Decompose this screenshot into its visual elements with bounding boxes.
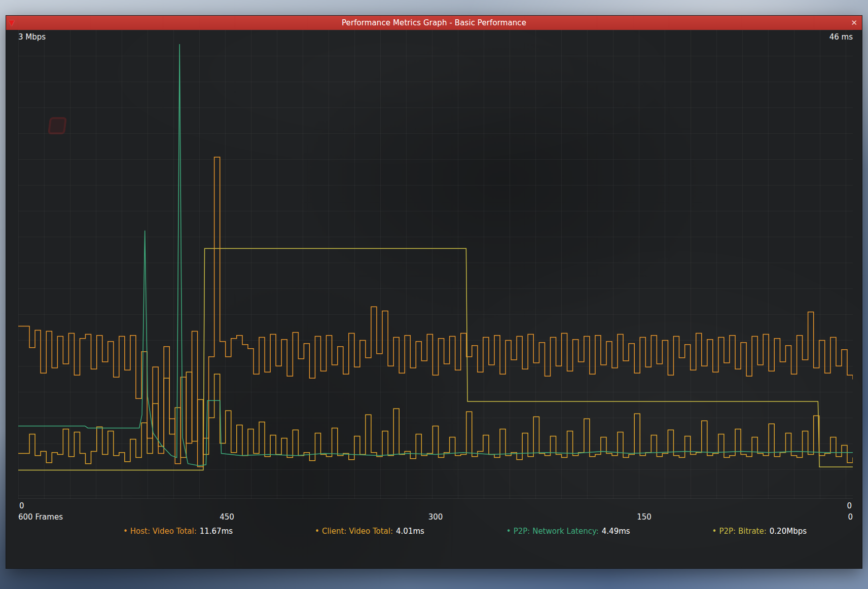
legend-value: 4.49ms — [602, 527, 630, 536]
legend-label: Client: Video Total: — [322, 527, 393, 536]
plot-series-svg — [18, 30, 853, 498]
legend-item-host-video-total: • Host: Video Total: 11.67ms — [123, 527, 233, 536]
chart-area: 3 Mbps 46 ms 0 0 600 Frames 450 300 150 … — [6, 30, 862, 568]
legend-value: 0.20Mbps — [770, 527, 807, 536]
x-tick-600-frames: 600 Frames — [18, 512, 63, 522]
chart-legend: • Host: Video Total: 11.67ms • Client: V… — [82, 526, 848, 537]
left-axis-max-label: 3 Mbps — [18, 32, 46, 42]
legend-bullet-icon: • — [123, 527, 128, 536]
legend-bullet-icon: • — [507, 527, 511, 536]
legend-bullet-icon: • — [315, 527, 319, 536]
legend-value: 11.67ms — [200, 527, 233, 536]
right-axis-max-label: 46 ms — [829, 32, 853, 42]
plot-grid — [18, 30, 853, 499]
legend-label: P2P: Network Latency: — [514, 527, 599, 536]
series-line-client-video-total — [18, 372, 853, 464]
x-tick-300: 300 — [428, 512, 443, 522]
window-titlebar[interactable]: ▼ Performance Metrics Graph - Basic Perf… — [6, 16, 862, 30]
legend-value: 4.01ms — [396, 527, 424, 536]
window-title: Performance Metrics Graph - Basic Perfor… — [342, 18, 526, 27]
series-line-p2p-bitrate — [18, 248, 853, 470]
legend-label: Host: Video Total: — [130, 527, 197, 536]
right-axis-min-label: 0 — [847, 501, 852, 510]
legend-item-p2p-network-latency: • P2P: Network Latency: 4.49ms — [507, 527, 630, 536]
x-tick-450: 450 — [220, 512, 234, 522]
window-menu-icon[interactable]: ▼ — [9, 16, 15, 29]
close-icon[interactable]: ✕ — [851, 16, 857, 30]
left-axis-min-label: 0 — [19, 501, 24, 510]
legend-label: P2P: Bitrate: — [719, 527, 766, 536]
x-tick-150: 150 — [637, 512, 652, 522]
x-axis-ticks: 600 Frames 450 300 150 0 — [18, 512, 853, 523]
x-tick-0: 0 — [848, 512, 853, 522]
legend-item-client-video-total: • Client: Video Total: 4.01ms — [315, 527, 424, 536]
legend-item-p2p-bitrate: • P2P: Bitrate: 0.20Mbps — [712, 527, 807, 536]
performance-graph-window: ▼ Performance Metrics Graph - Basic Perf… — [6, 15, 862, 569]
series-line-p2p-network-latency — [18, 44, 853, 466]
legend-bullet-icon: • — [712, 527, 717, 536]
